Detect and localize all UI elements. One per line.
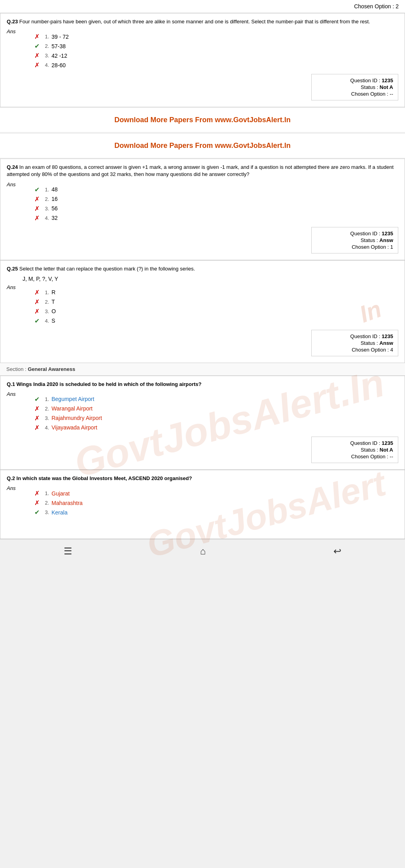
q24-opt2-icon: ✗ — [34, 195, 42, 203]
ga1-opt1-num: 1. — [45, 396, 49, 402]
q24-opt1-icon: ✔ — [34, 186, 42, 193]
q25-opt1-num: 1. — [45, 289, 49, 295]
q24-opt4-icon: ✗ — [34, 214, 42, 222]
q25-text: Select the letter that can replace the q… — [19, 266, 195, 272]
ga1-status-box: Question ID : 1235 Status : Not A Chosen… — [311, 437, 398, 463]
q24-chosen-label: Chosen Option : — [352, 244, 390, 250]
page-container: Chosen Option : 2 Q.23 Four number-pairs… — [0, 0, 405, 563]
ga2-ans-label: Ans — [7, 485, 15, 491]
q25-status-label: Status : — [361, 340, 380, 346]
q23-chosen-value: -- — [390, 91, 393, 97]
q24-option-1: ✔ 1. 48 — [34, 186, 57, 193]
q25-status-line: Status : Answ — [316, 340, 393, 346]
q24-opt4-text: 32 — [51, 215, 58, 221]
ga1-opt2-text: Warangal Airport — [51, 405, 93, 412]
ga1-qid-label: Question ID : — [350, 440, 382, 446]
ga2-header: Q.2 In which state was the Global Invest… — [7, 475, 398, 482]
download-banner-1: Download More Papers From www.GovtJobsAl… — [0, 107, 405, 133]
ga1-opt2-num: 2. — [45, 406, 49, 412]
ga2-opt3-text: Kerala — [51, 509, 67, 516]
nav-home-icon[interactable]: ⌂ — [200, 546, 206, 557]
ga2-options: ✗ 1. Gujarat ✗ 2. Maharashtra ✔ 3. Keral… — [34, 488, 82, 518]
ga2-num: Q.2 — [7, 475, 15, 481]
q23-option-1: ✗ 1. 39 - 72 — [34, 33, 68, 40]
q25-opt4-icon: ✔ — [34, 317, 42, 325]
q25-option-3: ✗ 3. O — [34, 308, 56, 315]
section-value: General Awareness — [28, 366, 75, 372]
q23-qid-label: Question ID : — [350, 78, 382, 83]
q24-opt1-text: 48 — [51, 186, 58, 193]
q24-opt3-text: 56 — [51, 205, 58, 212]
ga2-opt1-icon: ✗ — [34, 490, 42, 497]
q24-qid-label: Question ID : — [350, 231, 382, 236]
q25-opt4-num: 4. — [45, 318, 49, 324]
q25-opt2-icon: ✗ — [34, 298, 42, 306]
ga1-chosen-label: Chosen Option : — [351, 454, 390, 460]
q24-header: Q.24 In an exam of 80 questions, a corre… — [7, 164, 398, 178]
q23-opt2-text: 57-38 — [51, 43, 66, 49]
q25-option-1: ✗ 1. R — [34, 289, 56, 296]
q24-opt1-num: 1. — [45, 187, 49, 193]
q23-chosen-label: Chosen Option : — [351, 91, 390, 97]
nav-back-icon[interactable]: ↩ — [333, 546, 341, 557]
ga1-opt4-text: Vijayawada Airport — [51, 424, 97, 431]
q24-qid-value: 1235 — [382, 231, 393, 236]
q24-status-qid: Question ID : 1235 — [316, 231, 393, 236]
ga2-option-3: ✔ 3. Kerala — [34, 509, 82, 516]
q23-num: Q.23 — [7, 19, 18, 25]
section-label: Section : General Awareness — [0, 363, 405, 376]
ga2-opt3-num: 3. — [45, 509, 49, 515]
ga1-opt4-num: 4. — [45, 425, 49, 431]
ga1-ans-label: Ans — [7, 391, 15, 397]
question-block-q23: Q.23 Four number-pairs have been given, … — [0, 13, 405, 107]
question-block-q25: In Q.25 Select the letter that can repla… — [0, 260, 405, 363]
ga2-option-2: ✗ 2. Maharashtra — [34, 499, 82, 507]
q25-ans-label: Ans — [7, 284, 15, 290]
ga1-opt4-icon: ✗ — [34, 424, 42, 431]
nav-bar: ☰ ⌂ ↩ — [0, 539, 405, 563]
q25-status-box: Question ID : 1235 Status : Answ Chosen … — [311, 330, 398, 356]
q24-num: Q.24 — [7, 164, 18, 170]
q24-status-box: Question ID : 1235 Status : Answ Chosen … — [311, 227, 398, 253]
ga1-status-line: Status : Not A — [316, 447, 393, 453]
q23-status-qid: Question ID : 1235 — [316, 78, 393, 83]
q23-opt1-num: 1. — [45, 34, 49, 40]
q24-option-2: ✗ 2. 16 — [34, 195, 57, 203]
q23-opt1-text: 39 - 72 — [51, 34, 69, 40]
q25-opt2-text: T — [51, 299, 55, 305]
q25-qid-label: Question ID : — [350, 333, 382, 339]
q25-chosen-value: 4 — [390, 347, 393, 353]
q25-status-qid: Question ID : 1235 — [316, 333, 393, 339]
q25-chosen-line: Chosen Option : 4 — [316, 347, 393, 353]
q23-ans-row: Ans ✗ 1. 39 - 72 ✔ 2. 57-38 ✗ 3. 42 -12 — [7, 28, 398, 71]
q25-opt1-text: R — [51, 289, 55, 295]
q23-option-4: ✗ 4. 28-60 — [34, 61, 68, 69]
q23-opt3-text: 42 -12 — [51, 53, 67, 59]
q23-opt4-num: 4. — [45, 62, 49, 68]
q24-text: In an exam of 80 questions, a correct an… — [7, 164, 394, 177]
q23-ans-label: Ans — [7, 28, 15, 34]
q23-opt3-icon: ✗ — [34, 52, 42, 59]
ga1-options: ✔ 1. Begumpet Airport ✗ 2. Warangal Airp… — [34, 393, 102, 433]
ga2-opt2-icon: ✗ — [34, 499, 42, 507]
q24-option-3: ✗ 3. 56 — [34, 205, 57, 212]
ga1-ans-row: Ans ✔ 1. Begumpet Airport ✗ 2. Warangal … — [7, 391, 398, 433]
ga1-opt3-icon: ✗ — [34, 414, 42, 422]
q24-opt2-text: 16 — [51, 196, 58, 202]
q23-status-line: Status : Not A — [316, 84, 393, 90]
ga1-option-1: ✔ 1. Begumpet Airport — [34, 395, 102, 403]
ga2-opt2-text: Maharashtra — [51, 500, 83, 506]
q25-opt3-icon: ✗ — [34, 308, 42, 315]
q25-opt4-text: S — [51, 318, 55, 324]
q25-num: Q.25 — [7, 266, 18, 272]
ga1-opt3-num: 3. — [45, 415, 49, 421]
q24-chosen-value: 1 — [390, 244, 393, 250]
ga1-header: Q.1 Wings India 2020 is scheduled to be … — [7, 381, 398, 388]
q23-option-3: ✗ 3. 42 -12 — [34, 52, 68, 59]
ga1-chosen-value: -- — [390, 454, 393, 460]
nav-menu-icon[interactable]: ☰ — [64, 546, 72, 557]
q23-options: ✗ 1. 39 - 72 ✔ 2. 57-38 ✗ 3. 42 -12 ✗ 4. — [34, 31, 68, 71]
ga1-opt1-text: Begumpet Airport — [51, 396, 94, 402]
ga2-text: In which state was the Global Investors … — [17, 475, 192, 481]
q23-status-value: Not A — [380, 84, 393, 90]
